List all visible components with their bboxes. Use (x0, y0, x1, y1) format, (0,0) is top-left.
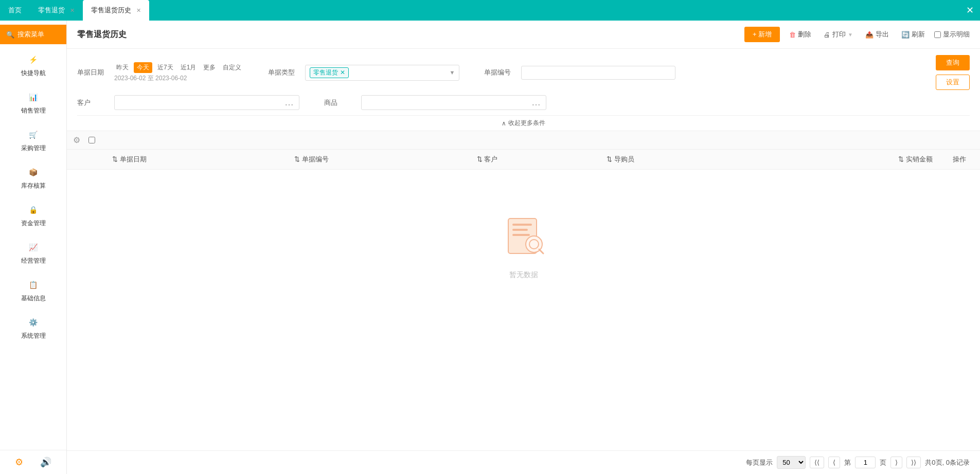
select-all-checkbox[interactable] (88, 137, 95, 143)
sidebar-item-quick-nav-label: 快捷导航 (21, 69, 46, 78)
tab-retail-return-label: 零售退货 (38, 6, 65, 15)
sidebar-item-sys-mgmt-label: 系统管理 (21, 332, 46, 340)
tab-home[interactable]: 首页 (0, 0, 30, 21)
empty-state: 暂无数据 (67, 170, 980, 321)
voucher-no-filter-label: 单据编号 (484, 68, 513, 77)
type-select-arrow-icon: ▼ (449, 69, 455, 76)
sidebar-item-finance[interactable]: 🔒 资金管理 (0, 196, 66, 234)
content-area: 零售退货历史 + 新增 🗑 删除 🖨 打印 ▼ 📤 导出 🔄 (67, 21, 980, 474)
voucher-no-input[interactable] (521, 66, 675, 80)
page-size-label: 每页显示 (746, 458, 773, 467)
refresh-button[interactable]: 🔄 刷新 (898, 28, 928, 41)
th-amount[interactable]: ⇅ 实销金额 (757, 150, 939, 170)
sys-mgmt-icon: ⚙️ (26, 315, 41, 330)
print-label: 打印 (832, 30, 846, 39)
data-table: ⇅ 单据日期 ⇅ 单据编号 ⇅ 客户 ⇅ 导购员 ⇅ 实销金额 (67, 150, 980, 170)
page-number-input[interactable] (855, 457, 876, 468)
main-layout: 🔍 搜索菜单 ⚡ 快捷导航 📊 销售管理 🛒 采购管理 📦 库存核算 🔒 资金管… (0, 21, 980, 474)
tab-home-label: 首页 (8, 6, 22, 15)
filter-row-2: 客户 … 商品 … (77, 95, 970, 110)
type-tag-close[interactable]: ✕ (340, 69, 345, 76)
table-settings-icon[interactable]: ⚙ (73, 135, 80, 145)
top-tab-bar: 首页 零售退货 ✕ 零售退货历史 ✕ ✕ (0, 0, 980, 21)
operations-icon: 📈 (26, 240, 41, 254)
sidebar-item-inventory-label: 库存核算 (21, 181, 46, 190)
sidebar-item-sales-mgmt[interactable]: 📊 销售管理 (0, 84, 66, 121)
delete-button[interactable]: 🗑 删除 (786, 28, 814, 41)
total-records: 共0页, 0条记录 (925, 458, 970, 467)
export-icon: 📤 (865, 31, 874, 39)
th-date[interactable]: ⇅ 单据日期 (106, 150, 288, 170)
th-date-label: ⇅ 单据日期 (112, 155, 147, 163)
shortcut-7days[interactable]: 近7天 (155, 62, 175, 73)
th-customer-label: ⇅ 客户 (477, 155, 498, 163)
empty-text: 暂无数据 (509, 270, 538, 280)
th-settings (67, 150, 87, 170)
th-voucher-no[interactable]: ⇅ 单据编号 (288, 150, 470, 170)
shortcut-more[interactable]: 更多 (201, 62, 218, 73)
shortcut-yesterday[interactable]: 昨天 (114, 62, 131, 73)
pagination: 每页显示 10 20 50 100 ⟨⟨ ⟨ 第 页 ⟩ ⟩⟩ 共0页, 0条记… (67, 450, 980, 474)
settings-button[interactable]: 设置 (936, 75, 970, 90)
show-detail-checkbox[interactable]: 显示明细 (934, 30, 970, 39)
th-amount-label: ⇅ 实销金额 (898, 155, 933, 163)
th-ops-label: 操作 (953, 155, 966, 163)
window-close-button[interactable]: ✕ (966, 5, 974, 16)
collapse-label: 收起更多条件 (508, 119, 545, 127)
sidebar-item-purchase-mgmt[interactable]: 🛒 采购管理 (0, 121, 66, 159)
svg-rect-3 (512, 234, 530, 236)
page-size-select[interactable]: 10 20 50 100 (777, 456, 806, 469)
goods-filter-label: 商品 (324, 98, 353, 107)
sidebar-search-menu[interactable]: 🔍 搜索菜单 (0, 25, 66, 44)
first-page-button[interactable]: ⟨⟨ (810, 457, 824, 468)
sidebar-bottom: ⚙ 🔊 (0, 450, 66, 474)
export-button[interactable]: 📤 导出 (862, 28, 892, 41)
print-icon: 🖨 (824, 31, 830, 39)
collapse-up-icon: ∧ (502, 120, 506, 127)
tab-retail-return[interactable]: 零售退货 ✕ (30, 0, 83, 21)
sidebar-item-basic-info[interactable]: 📋 基础信息 (0, 271, 66, 309)
show-detail-label: 显示明细 (943, 30, 970, 39)
type-filter-label: 单据类型 (268, 68, 297, 77)
next-page-button[interactable]: ⟩ (890, 457, 902, 468)
collapse-bar[interactable]: ∧ 收起更多条件 (77, 115, 970, 131)
query-button[interactable]: 查询 (936, 55, 970, 70)
tab-retail-return-history-close[interactable]: ✕ (136, 7, 141, 14)
delete-label: 删除 (798, 30, 811, 39)
customer-input[interactable]: … (114, 95, 299, 110)
purchase-mgmt-icon: 🛒 (26, 127, 41, 142)
date-shortcuts: 昨天 今天 近7天 近1月 更多 自定义 2023-06-02 至 2023-0… (114, 62, 243, 83)
tab-retail-return-close[interactable]: ✕ (70, 7, 75, 14)
filter-area: 单据日期 昨天 今天 近7天 近1月 更多 自定义 2023-06-02 至 2… (67, 49, 980, 131)
type-filter-select[interactable]: 零售退货 ✕ ▼ (305, 65, 459, 81)
svg-line-6 (539, 249, 543, 253)
sidebar-item-inventory[interactable]: 📦 库存核算 (0, 159, 66, 196)
add-button[interactable]: + 新增 (744, 27, 780, 42)
sidebar-item-finance-label: 资金管理 (21, 219, 46, 228)
prev-page-button[interactable]: ⟨ (828, 457, 840, 468)
quick-nav-icon: ⚡ (26, 52, 41, 67)
sidebar-item-sys-mgmt[interactable]: ⚙️ 系统管理 (0, 309, 66, 347)
tab-retail-return-history-label: 零售退货历史 (91, 6, 131, 15)
th-customer[interactable]: ⇅ 客户 (471, 150, 601, 170)
sidebar-settings-icon[interactable]: ⚙ (15, 457, 23, 468)
date-filter-label: 单据日期 (77, 68, 106, 77)
shortcut-today[interactable]: 今天 (134, 62, 152, 73)
last-page-button[interactable]: ⟩⟩ (906, 457, 921, 468)
sidebar-item-operations[interactable]: 📈 经营管理 (0, 234, 66, 271)
th-guide[interactable]: ⇅ 导购员 (600, 150, 756, 170)
page-label-before: 第 (844, 458, 851, 467)
search-menu-label: 搜索菜单 (17, 30, 44, 39)
shortcut-1month[interactable]: 近1月 (179, 62, 199, 73)
goods-input[interactable]: … (361, 95, 546, 110)
tab-retail-return-history[interactable]: 零售退货历史 ✕ (83, 0, 149, 21)
shortcut-custom[interactable]: 自定义 (221, 62, 243, 73)
type-tag-text: 零售退货 (313, 68, 338, 77)
table-toolbar: ⚙ (67, 131, 980, 150)
show-detail-input[interactable] (934, 31, 941, 38)
sidebar-audio-icon[interactable]: 🔊 (40, 457, 51, 468)
sidebar-item-purchase-mgmt-label: 采购管理 (21, 144, 46, 153)
type-tag: 零售退货 ✕ (310, 67, 349, 78)
print-button[interactable]: 🖨 打印 ▼ (821, 28, 856, 41)
sidebar-item-quick-nav[interactable]: ⚡ 快捷导航 (0, 46, 66, 84)
